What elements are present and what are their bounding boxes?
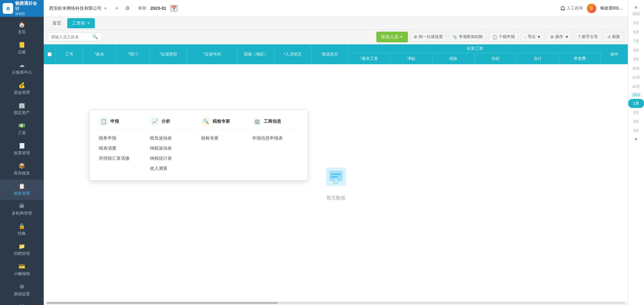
calendar-month-10[interactable]: 10月 <box>628 64 644 73</box>
sidebar-item-salary[interactable]: 💵 工资 <box>0 119 44 139</box>
guide-question-icon: ? <box>578 35 580 39</box>
calendar-month-8[interactable]: 8月 <box>628 46 644 55</box>
special-deduct-button[interactable]: 📎 专项附加扣除 <box>449 32 487 42</box>
sidebar-label-inventory: 库存核算 <box>14 170 30 176</box>
declare-section-title: 申报 <box>110 118 119 124</box>
topbar-actions: ＋ ⚙ <box>113 4 131 12</box>
tab-close-icon[interactable]: ✕ <box>87 21 90 25</box>
operate-label: 操作 <box>555 34 563 40</box>
fund-icon: 💰 <box>18 82 25 88</box>
cloud-icon: ☁ <box>19 62 25 68</box>
calendar-month-3[interactable]: 3月 <box>628 117 644 126</box>
svg-rect-2 <box>331 174 341 175</box>
tax-expert-section-icon: 🔍 <box>201 117 211 126</box>
sidebar-item-archive[interactable]: 📁 归档管理 <box>0 240 44 260</box>
toolbar-right: 添加人员 ▼ ⚙ 统一社保设置 📎 专项附加扣除 📋 个税申报 ↓ 导出 <box>376 32 624 42</box>
th-checkbox[interactable] <box>44 44 56 64</box>
th-id-type: *证据类型 <box>150 44 187 64</box>
sidebar-item-tax[interactable]: 📋 税务管理 <box>0 180 44 200</box>
menu-item-tax-pay-wave[interactable]: 纳税波动表 <box>150 143 196 153</box>
social-security-button[interactable]: ⚙ 统一社保设置 <box>410 32 447 42</box>
search-input[interactable] <box>51 35 91 39</box>
sidebar-item-xiao-chang[interactable]: 💳 小畅报销 <box>0 260 44 280</box>
tab-bar: 首页 工资表 ✕ <box>44 17 628 30</box>
biz-info-section-title: 工商信息 <box>264 118 281 124</box>
menu-item-annual-report[interactable]: 年报信息申报表 <box>252 133 298 143</box>
menu-item-income-tax-calc[interactable]: 所得税汇算清缴 <box>99 153 145 163</box>
calendar-month-11[interactable]: 11月 <box>628 73 644 82</box>
calendar-month-1[interactable]: 1月 <box>628 99 644 108</box>
user-name[interactable]: 畅捷通B组... <box>600 5 622 11</box>
operate-button[interactable]: ⚙ 操作 ▼ <box>546 32 572 42</box>
sidebar-item-fixed-assets[interactable]: 🏢 固定资产 <box>0 99 44 119</box>
tax-declare-button[interactable]: 📋 个税申报 <box>489 32 519 42</box>
th-wage-title: 应发工资 <box>348 44 601 53</box>
menu-item-tax-check[interactable]: 税检专家 <box>201 133 247 143</box>
calendar-prev-year-label: 2023 <box>632 11 640 17</box>
menu-item-tax-table[interactable]: 税表清册 <box>99 143 145 153</box>
calendar-next-button[interactable]: ▼ <box>633 135 640 143</box>
calendar-icon[interactable]: 📅 <box>171 5 178 11</box>
sidebar-item-basic[interactable]: ⚙ 基础设置 <box>0 280 44 300</box>
fixed-assets-icon: 🏢 <box>18 102 25 109</box>
sidebar-label-fund: 资金管理 <box>14 90 30 96</box>
special-deduct-icon: 📎 <box>452 35 457 39</box>
calendar-month-9[interactable]: 9月 <box>628 55 644 64</box>
tab-salary-table[interactable]: 工资表 ✕ <box>67 18 95 28</box>
calendar-month-4[interactable]: 4月 <box>628 126 644 135</box>
menu-item-tax-wave[interactable]: 税负波动表 <box>150 133 196 143</box>
sidebar-label-xiao-chang: 小畅报销 <box>14 271 30 277</box>
scroll-track[interactable] <box>46 302 625 304</box>
empty-state-icon <box>319 164 353 191</box>
sidebar-item-ledger[interactable]: 📒 总账 <box>0 38 44 59</box>
settings-button[interactable]: ⚙ <box>123 4 131 12</box>
sidebar-item-close[interactable]: 🔒 结账 <box>0 220 44 240</box>
close-period-icon: 🔒 <box>18 223 25 229</box>
sidebar-item-multi-org[interactable]: 🏛 多机构管理 <box>0 200 44 220</box>
calendar-month-6[interactable]: 6月 <box>628 28 644 37</box>
menu-section-header-analysis: 📈 分析 <box>150 117 196 130</box>
menu-item-tax-declare[interactable]: 税务申报 <box>99 133 145 143</box>
sidebar-item-home[interactable]: 🏠 首页 <box>0 18 44 38</box>
sidebar-item-inventory[interactable]: 📦 库存核算 <box>0 159 44 180</box>
sidebar-label-salary: 工资 <box>18 130 26 136</box>
calendar-month-5[interactable]: 5月 <box>628 18 644 28</box>
tab-salary-label: 工资表 <box>72 20 85 26</box>
refresh-label: 刷新 <box>612 34 620 40</box>
add-company-button[interactable]: ＋ <box>113 4 121 12</box>
th-total: 合计 <box>517 53 559 64</box>
company-selector[interactable]: 西安虾米网络科技有限公司 ▼ <box>49 5 107 11</box>
calendar-month-7[interactable]: 7月 <box>628 37 644 46</box>
menu-item-income-sim[interactable]: 收入测算 <box>150 163 196 174</box>
th-dept: *部门 <box>116 44 150 64</box>
table-scrollbar[interactable] <box>44 301 628 305</box>
sidebar-item-cloud-report[interactable]: ☁ 云报表中心 <box>0 59 44 79</box>
calendar-month-12[interactable]: 12月 <box>628 82 644 91</box>
th-send-status: 报送状态 <box>311 44 348 64</box>
sidebar-label-basic: 基础设置 <box>14 291 30 297</box>
sidebar-item-guide[interactable]: V 新手引导 <box>0 300 44 305</box>
search-icon[interactable]: 🔍 <box>92 34 98 39</box>
tab-home[interactable]: 首页 <box>48 18 66 28</box>
sidebar-label-archive: 归档管理 <box>14 251 30 257</box>
app-title: 畅捷通好会计 <box>15 1 41 11</box>
salary-icon: 💵 <box>18 122 25 129</box>
menu-item-tax-stat[interactable]: 纳税统计表 <box>150 153 196 163</box>
support-label: 人工咨询 <box>567 5 583 11</box>
calendar-month-2[interactable]: 2月 <box>628 108 644 117</box>
export-button[interactable]: ↓ 导出 ▼ <box>521 32 545 42</box>
sidebar-label-close: 结账 <box>18 231 26 236</box>
add-person-button[interactable]: 添加人员 ▼ <box>376 32 408 42</box>
refresh-button[interactable]: ↺ 刷新 <box>604 32 624 42</box>
sidebar-item-invoice[interactable]: 🧾 发票管理 <box>0 139 44 159</box>
sidebar-label-multi-org: 多机构管理 <box>12 211 32 216</box>
scroll-thumb[interactable] <box>46 302 278 304</box>
basic-icon: ⚙ <box>20 283 24 290</box>
support-button[interactable]: 🎧 人工咨询 <box>560 5 583 11</box>
menu-section-declare: 📋 申报 税务申报 税表清册 所得税汇算清缴 <box>96 117 147 174</box>
select-all-checkbox[interactable] <box>47 52 52 56</box>
th-status: *人员状态 <box>274 44 311 64</box>
sidebar-item-fund[interactable]: 💰 资金管理 <box>0 79 44 99</box>
calendar-prev-button[interactable]: ▲ <box>633 3 640 11</box>
new-guide-button[interactable]: ? 新手引导 <box>574 32 602 42</box>
